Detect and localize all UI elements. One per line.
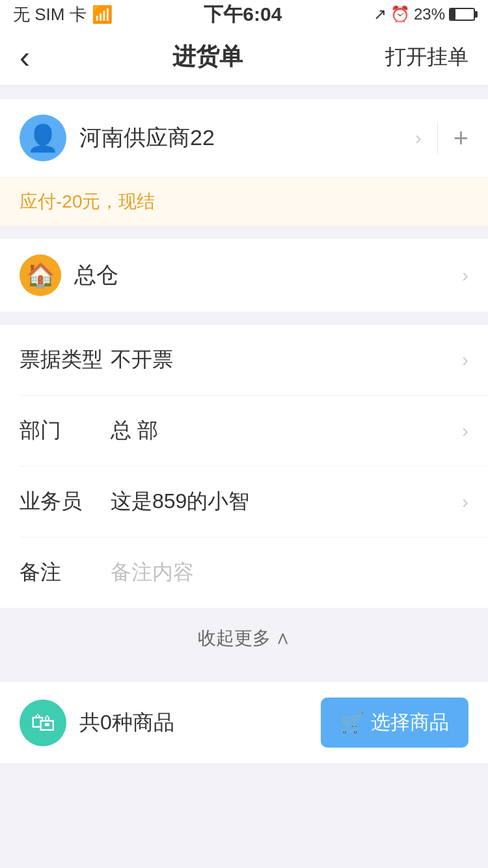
product-icon: 🛍	[31, 709, 55, 737]
invoice-type-value: 不开票	[111, 346, 462, 374]
person-icon: 👤	[27, 123, 59, 154]
page-background	[0, 763, 488, 868]
select-product-label: 选择商品	[371, 709, 449, 736]
status-time: 下午6:04	[204, 1, 282, 28]
invoice-type-row[interactable]: 票据类型 不开票 ›	[0, 325, 488, 395]
supplier-section: 👤 河南供应商22 › + 应付-20元，现结	[0, 99, 488, 226]
sales-label: 业务员	[20, 487, 111, 516]
section-gap-4	[0, 669, 488, 682]
wifi-icon: 📶	[92, 5, 113, 25]
warehouse-label: 总仓	[74, 260, 462, 290]
dept-label: 部门	[20, 416, 111, 445]
warehouse-icon-wrap: 🏠	[20, 254, 61, 296]
section-gap-1	[0, 86, 488, 99]
dept-row[interactable]: 部门 总 部 ›	[0, 396, 488, 466]
dept-value: 总 部	[111, 416, 462, 445]
supplier-avatar: 👤	[20, 115, 66, 161]
warehouse-row[interactable]: 🏠 总仓 ›	[0, 239, 488, 312]
product-section: 🛍 共0种商品 🛒 选择商品	[0, 682, 488, 763]
sales-value: 这是859的小智	[111, 487, 462, 516]
status-right: ↗ ⏰ 23%	[373, 5, 475, 23]
open-pending-button[interactable]: 打开挂单	[385, 43, 468, 72]
invoice-chevron-icon: ›	[462, 349, 468, 371]
remark-input[interactable]: 备注内容	[111, 558, 468, 587]
alarm-icon: ⏰	[390, 5, 410, 23]
product-icon-wrap: 🛍	[20, 699, 66, 746]
sales-row[interactable]: 业务员 这是859的小智 ›	[0, 467, 488, 537]
warning-bar: 应付-20元，现结	[0, 178, 488, 226]
page-title: 进货单	[172, 41, 243, 73]
section-gap-3	[0, 312, 488, 325]
status-bar: 无 SIM 卡 📶 下午6:04 ↗ ⏰ 23%	[0, 0, 488, 29]
battery-percent: 23%	[414, 5, 445, 23]
remark-label: 备注	[20, 558, 111, 587]
nav-bar: ‹ 进货单 打开挂单	[0, 29, 488, 86]
select-product-icon: 🛒	[340, 711, 364, 734]
supplier-row[interactable]: 👤 河南供应商22 › +	[0, 99, 488, 178]
add-supplier-button[interactable]: +	[454, 125, 468, 151]
battery-icon	[449, 8, 475, 21]
collapse-label: 收起更多 ∧	[198, 628, 291, 648]
back-button[interactable]: ‹	[20, 39, 30, 75]
select-product-button[interactable]: 🛒 选择商品	[321, 698, 468, 748]
warning-text: 应付-20元，现结	[20, 191, 155, 211]
sales-chevron-icon: ›	[462, 491, 468, 513]
supplier-chevron-icon: ›	[415, 127, 422, 149]
carrier-label: 无 SIM 卡	[13, 3, 87, 26]
remark-row[interactable]: 备注 备注内容	[0, 537, 488, 608]
location-icon: ↗	[373, 5, 386, 23]
warehouse-section: 🏠 总仓 ›	[0, 239, 488, 312]
warehouse-icon: 🏠	[26, 262, 55, 289]
supplier-name: 河南供应商22	[79, 123, 415, 153]
form-section: 票据类型 不开票 › 部门 总 部 › 业务员 这是859的小智 › 备注 备注…	[0, 325, 488, 608]
dept-chevron-icon: ›	[462, 420, 468, 442]
collapse-bar[interactable]: 收起更多 ∧	[0, 608, 488, 669]
warehouse-chevron-icon: ›	[462, 264, 468, 286]
status-left: 无 SIM 卡 📶	[13, 3, 113, 26]
product-count: 共0种商品	[79, 709, 321, 737]
section-gap-2	[0, 226, 488, 239]
invoice-type-label: 票据类型	[20, 346, 111, 374]
vertical-divider	[437, 122, 438, 154]
